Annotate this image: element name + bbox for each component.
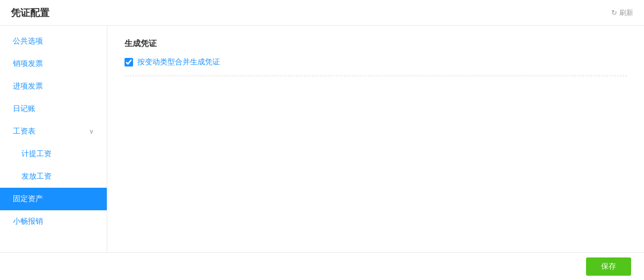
sidebar-item-petty-expense[interactable]: 小畅报销 (0, 210, 107, 233)
chevron-down-icon: ∨ (89, 128, 94, 135)
sidebar-item-sales-invoice[interactable]: 销项发票 (0, 53, 107, 75)
sidebar-item-label-fixed-assets: 固定资产 (13, 194, 43, 204)
sidebar-item-label-payroll-table: 工资表 (13, 127, 35, 136)
save-button[interactable]: 保存 (586, 257, 631, 276)
sidebar-item-label-distribute-salary: 发放工资 (21, 172, 52, 181)
refresh-label: 刷新 (619, 8, 633, 18)
sidebar-item-label-sales-invoice: 销项发票 (13, 59, 43, 69)
sidebar: 公共选项销项发票进项发票日记账工资表∨计提工资发放工资固定资产小畅报销 (0, 26, 107, 252)
sidebar-item-journal[interactable]: 日记账 (0, 98, 107, 120)
sidebar-item-calculate-salary[interactable]: 计提工资 (0, 143, 107, 165)
sidebar-item-label-petty-expense: 小畅报销 (13, 217, 43, 226)
refresh-button[interactable]: ↻ 刷新 (611, 8, 633, 18)
page-title: 凭证配置 (11, 6, 49, 19)
page-body: 公共选项销项发票进项发票日记账工资表∨计提工资发放工资固定资产小畅报销 生成凭证… (0, 26, 644, 252)
refresh-icon: ↻ (611, 9, 617, 17)
sidebar-item-public-options[interactable]: 公共选项 (0, 30, 107, 53)
sidebar-item-label-public-options: 公共选项 (13, 36, 43, 46)
page-wrapper: 凭证配置 ↻ 刷新 公共选项销项发票进项发票日记账工资表∨计提工资发放工资固定资… (0, 0, 644, 280)
page-footer: 保存 (0, 252, 644, 280)
checkbox-row: 按变动类型合并生成凭证 (125, 57, 627, 67)
sidebar-item-label-calculate-salary: 计提工资 (21, 149, 52, 159)
sidebar-item-label-purchase-invoice: 进项发票 (13, 82, 43, 91)
sidebar-item-payroll-table[interactable]: 工资表∨ (0, 120, 107, 143)
sidebar-item-fixed-assets[interactable]: 固定资产 (0, 188, 107, 210)
merge-checkbox-label[interactable]: 按变动类型合并生成凭证 (137, 57, 220, 67)
merge-checkbox[interactable] (125, 58, 133, 67)
section-divider (125, 76, 627, 76)
section-title: 生成凭证 (125, 39, 627, 49)
page-header: 凭证配置 ↻ 刷新 (0, 0, 644, 26)
main-content: 生成凭证 按变动类型合并生成凭证 (107, 26, 644, 252)
sidebar-item-distribute-salary[interactable]: 发放工资 (0, 165, 107, 188)
sidebar-item-purchase-invoice[interactable]: 进项发票 (0, 75, 107, 98)
sidebar-item-label-journal: 日记账 (13, 104, 35, 114)
